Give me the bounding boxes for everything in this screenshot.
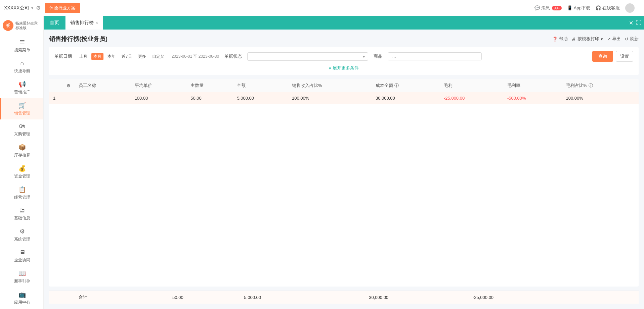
print-button[interactable]: 🖨 按模板打印 ▾ <box>572 36 603 42</box>
date-filter-label: 单据日期 <box>54 53 72 59</box>
th-index <box>49 79 62 92</box>
date-option-this-year[interactable]: 本年 <box>105 53 118 60</box>
expand-icon: ▾ <box>329 66 331 71</box>
sidebar-item-label: 库存核算 <box>14 152 30 158</box>
trial-button[interactable]: 体验行业方案 <box>45 3 80 13</box>
home-icon: ⌂ <box>20 60 24 67</box>
sidebar: 畅 畅康通好生意 标准版 ☰ 搜索菜单 ⌂ 快捷导航 📢 营销推广 🛒 销售管理… <box>0 16 44 309</box>
table-container: ⚙ 员工名称 平均单价 主数量 全额 销售收入占比% 成本全额 ⓘ 毛利 毛利率… <box>49 79 639 287</box>
guide-icon: 📖 <box>18 270 26 277</box>
sidebar-item-purchase[interactable]: 🛍 采购管理 <box>0 119 43 140</box>
tab-close-window-icon[interactable]: ✕ <box>629 20 633 26</box>
company-selector[interactable]: XXXXX公司 ▾ <box>4 5 33 11</box>
cell-gross: -25,000.00 <box>440 92 503 104</box>
date-option-custom[interactable]: 自定义 <box>150 53 166 60</box>
tab-label: 销售排行榜 <box>70 20 94 26</box>
filter-settings-button[interactable]: 设置 <box>616 51 633 62</box>
cell-settings <box>62 92 75 104</box>
cell-quantity: 50.00 <box>186 92 233 104</box>
goods-input[interactable]: … <box>388 52 482 60</box>
online-service-button[interactable]: 🎧 在线客服 <box>596 5 620 11</box>
th-gross-rate: 毛利率 <box>503 79 562 92</box>
tab-close-icon[interactable]: × <box>96 20 98 25</box>
app-download-button[interactable]: 📱 App下载 <box>567 5 590 11</box>
sidebar-item-label: 快捷导航 <box>14 68 30 74</box>
date-options: 上月 本月 本年 近7天 更多 自定义 <box>77 53 166 60</box>
total-gross-pct <box>608 291 639 304</box>
date-option-7days[interactable]: 近7天 <box>120 53 134 60</box>
header-gear-icon[interactable]: ⚙ <box>36 5 41 11</box>
sidebar-logo: 畅 畅康通好生意 标准版 <box>0 16 43 35</box>
sidebar-item-quicknav[interactable]: ⌂ 快捷导航 <box>0 56 43 77</box>
date-option-more[interactable]: 更多 <box>136 53 148 60</box>
column-settings-icon[interactable]: ⚙ <box>67 83 71 88</box>
help-icon: ❓ <box>552 37 558 42</box>
cell-index: 1 <box>49 92 62 104</box>
logo-text: 畅康通好生意 标准版 <box>15 21 38 31</box>
sidebar-item-label: 销售管理 <box>14 110 30 116</box>
cell-sales-pct: 100.00% <box>288 92 372 104</box>
total-cost: 30,000.00 <box>365 291 469 304</box>
sidebar-item-system[interactable]: ⚙ 系统管理 <box>0 224 43 246</box>
inventory-icon: 📦 <box>18 144 26 151</box>
sidebar-item-search[interactable]: ☰ 搜索菜单 <box>0 35 43 56</box>
cell-name <box>75 92 131 104</box>
online-service-label: 在线客服 <box>602 5 620 11</box>
base-info-icon: 🗂 <box>19 207 25 214</box>
apps-icon: 📺 <box>18 291 26 298</box>
total-empty-settings <box>62 291 75 304</box>
top-header: XXXXX公司 ▾ ⚙ 体验行业方案 💬 消息 99+ 📱 App下载 🎧 在线… <box>0 0 644 16</box>
total-sales-pct <box>335 291 365 304</box>
sidebar-item-finance[interactable]: 💰 资金管理 <box>0 161 43 183</box>
message-badge: 99+ <box>552 6 562 10</box>
date-option-prev-month[interactable]: 上月 <box>77 53 89 60</box>
avatar[interactable] <box>625 3 635 13</box>
total-table: 合计 50.00 5,000.00 30,000.00 -25,000.00 <box>49 291 639 304</box>
total-quantity: 50.00 <box>168 291 240 304</box>
sidebar-item-apps[interactable]: 📺 应用中心 <box>0 288 43 309</box>
sidebar-item-label: 采购管理 <box>14 131 30 137</box>
tab-home[interactable]: 首页 <box>44 16 66 30</box>
table-header-row: ⚙ 员工名称 平均单价 主数量 全额 销售收入占比% 成本全额 ⓘ 毛利 毛利率… <box>49 79 639 92</box>
export-icon: ↗ <box>607 37 611 42</box>
goods-more-btn[interactable]: … <box>392 54 396 59</box>
export-button[interactable]: ↗ 导出 <box>607 36 621 42</box>
cell-amount: 5,000.00 <box>233 92 288 104</box>
sidebar-item-base-info[interactable]: 🗂 基础信息 <box>0 204 43 224</box>
company-name: XXXXX公司 <box>4 5 29 11</box>
th-avg-price: 平均单价 <box>131 79 187 92</box>
total-amount: 5,000.00 <box>240 291 334 304</box>
sidebar-item-marketing[interactable]: 📢 营销推广 <box>0 77 43 98</box>
header-right: 💬 消息 99+ 📱 App下载 🎧 在线客服 <box>534 3 640 13</box>
th-quantity: 主数量 <box>186 79 233 92</box>
sidebar-item-sales[interactable]: 🛒 销售管理 <box>0 98 43 119</box>
refresh-button[interactable]: ↺ 刷新 <box>625 36 639 42</box>
status-select[interactable]: ▾ <box>247 52 368 61</box>
tab-sales-ranking[interactable]: 销售排行榜 × <box>66 16 103 30</box>
date-option-this-month[interactable]: 本月 <box>91 53 103 60</box>
logo-icon: 畅 <box>3 20 13 31</box>
refresh-icon: ↺ <box>625 37 629 42</box>
total-empty-index <box>49 291 62 304</box>
sidebar-item-inventory[interactable]: 📦 库存核算 <box>0 140 43 161</box>
sidebar-item-enterprise[interactable]: 🖥 企业协同 <box>0 246 43 266</box>
th-name: 员工名称 <box>75 79 131 92</box>
tab-bar: 首页 销售排行榜 × ✕ ⛶ <box>44 16 644 30</box>
cell-gross-rate: -500.00% <box>503 92 562 104</box>
sidebar-item-operations[interactable]: 📋 经营管理 <box>0 183 43 204</box>
date-range-display: 2023-06-01 至 2023-06-30 <box>172 54 219 59</box>
th-settings[interactable]: ⚙ <box>62 79 75 92</box>
purchase-icon: 🛍 <box>19 123 25 130</box>
goods-filter-label: 商品 <box>374 53 382 59</box>
data-table: ⚙ 员工名称 平均单价 主数量 全额 销售收入占比% 成本全额 ⓘ 毛利 毛利率… <box>49 79 639 104</box>
sidebar-item-label: 新手引导 <box>14 278 30 284</box>
chevron-down-icon: ▾ <box>31 6 33 10</box>
messages-button[interactable]: 💬 消息 99+ <box>534 5 562 11</box>
total-gross-rate <box>578 291 608 304</box>
sidebar-item-guide[interactable]: 📖 新手引导 <box>0 266 43 288</box>
expand-more-button[interactable]: ▾ 展开更多条件 <box>54 65 633 71</box>
sidebar-item-label: 营销推广 <box>14 89 30 95</box>
query-button[interactable]: 查询 <box>592 51 613 62</box>
help-button[interactable]: ❓ 帮助 <box>552 36 568 42</box>
tab-restore-icon[interactable]: ⛶ <box>636 20 641 26</box>
